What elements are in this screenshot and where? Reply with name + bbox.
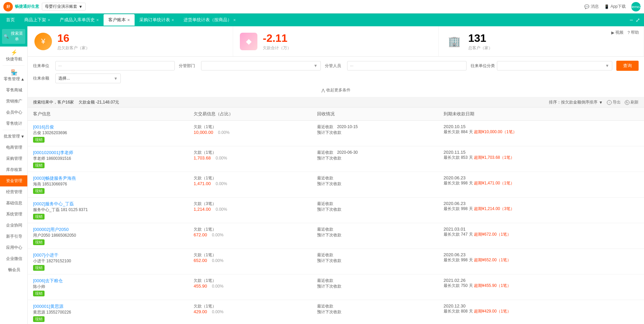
recovery-cell: 最近收款 预计下次收款	[312, 274, 438, 300]
customer-id-link[interactable]: [0007]小进干	[33, 252, 183, 258]
next-label: 预计下次收款	[317, 130, 433, 136]
close-tab-icon[interactable]: ✕	[96, 18, 99, 22]
sidebar-item-wholesale-mgmt[interactable]: 批发管理 ▼	[0, 131, 27, 142]
brand-arrow-icon: ▼	[79, 4, 83, 9]
customer-name: 用户2050 18665062050	[33, 233, 183, 238]
category-select[interactable]: ▼	[497, 61, 612, 70]
message-btn[interactable]: 💬 消息	[584, 4, 599, 9]
overdue-amount[interactable]: 超期¥429.00（1笔）	[474, 309, 511, 314]
manager-input[interactable]	[347, 61, 467, 70]
sidebar-item-member-center[interactable]: 会员中心	[0, 107, 27, 118]
sidebar-item-retail-stats[interactable]: 零售统计	[0, 118, 27, 129]
maximize-icon[interactable]: ⤢	[636, 17, 640, 23]
sidebar-item-guide[interactable]: 新手引导	[0, 231, 27, 242]
customer-id-link[interactable]: [0006]去下粮仓	[33, 278, 183, 284]
sidebar-item-retail-mall[interactable]: 零售商城	[0, 85, 27, 96]
recovery-cell: 最近收款 2020-06-30 预计下次收款	[312, 146, 438, 172]
tab-home[interactable]: 首页	[1, 14, 20, 26]
debt-count: 欠款（1笔）	[194, 303, 306, 309]
overdue-amount[interactable]: 超期¥672.00（1笔）	[474, 232, 511, 237]
top-bar-right: 💬 消息 📱 App下载 demo2	[584, 2, 641, 11]
overdue-amount[interactable]: 超期¥455.90（1笔）	[474, 283, 511, 288]
filter-area: 往来单位 分管部门 ▼ 分管人员 往来单位分类	[28, 57, 644, 97]
overdue-days: 最长欠款 998 天	[444, 206, 474, 211]
col-due-date: 到期未收款日期	[438, 108, 644, 121]
brand-select[interactable]: 母婴行业演示账套 ▼	[42, 3, 86, 10]
customer-cell: [0001020001]李老师 李老师 18600391516 现销	[28, 146, 188, 172]
sidebar-item-finance[interactable]: 资金管理	[0, 175, 27, 186]
sidebar-item-retail-mgmt[interactable]: 🏪 零售管理 ▲	[0, 66, 27, 85]
app-download-btn[interactable]: 📱 App下载	[604, 4, 626, 9]
overdue-amount[interactable]: 超期¥10,000.00（1笔）	[474, 129, 517, 134]
export-label: 导出	[613, 99, 621, 105]
message-icon: 💬	[584, 4, 589, 9]
debt-cell: 欠款（1笔） 429.00 0.00%	[188, 300, 311, 324]
dept-select[interactable]: ▼	[201, 61, 320, 70]
close-tab-icon[interactable]: ✕	[48, 18, 50, 22]
tab-inbound-stats-by-product[interactable]: 进货单统计表（按商品） ✕	[179, 14, 241, 26]
close-tab-icon[interactable]: ✕	[233, 18, 236, 22]
customer-id-link[interactable]: [000001]黄思源	[33, 303, 183, 310]
user-avatar-btn[interactable]: demo2	[631, 2, 641, 11]
sidebar-item-operations[interactable]: 经营管理	[0, 186, 27, 198]
sidebar-item-marketing[interactable]: 营销推广	[0, 96, 27, 107]
customer-id-link[interactable]: [0003]畅捷服务尹海燕	[33, 175, 183, 181]
minimize-icon[interactable]: –	[630, 17, 633, 23]
card-info-total-customers: 131 总客户（家）	[468, 32, 493, 51]
overdue-amount[interactable]: 超期¥1,214.00（3笔）	[474, 206, 514, 211]
close-tab-icon[interactable]: ✕	[171, 18, 174, 22]
search-button[interactable]: 查询	[616, 61, 639, 71]
logo-area: 好 畅捷通好生意	[3, 2, 39, 11]
overdue-days: 最长欠款 998 天	[444, 181, 474, 185]
customer-id-link[interactable]: [0001020001]李老师	[33, 150, 183, 156]
tab-customer-account[interactable]: 客户账本 ✕	[104, 14, 135, 26]
refresh-btn[interactable]: ↻ 刷新	[625, 99, 639, 105]
due-date-cell: 2020.06.23 最长欠款 998 天 超期¥1,214.00（3笔）	[438, 198, 644, 223]
counterparty-input[interactable]	[55, 61, 175, 70]
tab-inbound-history[interactable]: 产成品入库单历史 ✕	[55, 14, 104, 26]
sidebar-item-ecommerce[interactable]: 电商管理	[0, 142, 27, 153]
export-btn[interactable]: ↑ 导出	[607, 99, 621, 105]
sort-select[interactable]: 排序：按欠款金额倒序排序 ▼	[549, 99, 603, 105]
debt-pct: 0.00%	[212, 284, 223, 289]
recovery-cell: 最近收款 预计下次收款	[312, 198, 438, 223]
balance-select[interactable]: 选择... ▼	[55, 73, 121, 83]
due-date-cell: 2020.12.30 最长欠款 808 天 超期¥429.00（1笔）	[438, 300, 644, 324]
collapse-btn[interactable]: ⋀ 收起更多条件	[33, 86, 639, 94]
sidebar-item-app-center[interactable]: 应用中心	[0, 242, 27, 253]
sidebar-item-basic-info[interactable]: 基础信息	[0, 198, 27, 209]
tab-purchase-order-stats[interactable]: 采购订单统计表 ✕	[135, 14, 179, 26]
sort-arrow-icon: ▼	[599, 100, 603, 105]
sidebar-item-vip[interactable]: 畅会员	[0, 264, 27, 275]
overdue-amount[interactable]: 超期¥1,703.68（1笔）	[474, 155, 514, 160]
top-bar: 好 畅捷通好生意 母婴行业演示账套 ▼ 💬 消息 📱 App下载 demo2	[0, 0, 644, 13]
video-btn[interactable]: ▶ 视频	[611, 30, 623, 35]
sidebar-item-wechat[interactable]: 企业微信	[0, 253, 27, 264]
debt-count: 欠款（1笔）	[194, 124, 306, 130]
tab-products-listing[interactable]: 商品上下架 ✕	[20, 14, 55, 26]
sidebar-item-inventory[interactable]: 库存核算	[0, 164, 27, 175]
sidebar-item-quick-nav[interactable]: ⚡ 快捷导航	[0, 47, 27, 65]
customer-id-link[interactable]: [0002]服务中心_丁磊	[33, 201, 183, 207]
filter-row-1: 往来单位 分管部门 ▼ 分管人员 往来单位分类	[33, 61, 639, 71]
due-date: 2020.10.15	[444, 124, 639, 129]
result-bar: 搜索结果中，客户16家 欠款金额 -21,148.07元 排序：按欠款金额倒序排…	[28, 97, 644, 108]
due-date-cell: 2020.11.15 最长欠款 853 天 超期¥1,703.68（1笔）	[438, 146, 644, 172]
customer-id-link[interactable]: [000002]用户2050	[33, 227, 183, 233]
sidebar-item-system[interactable]: 系统管理	[0, 209, 27, 220]
help-label: 帮助	[631, 30, 639, 35]
help-btn[interactable]: ? 帮助	[627, 30, 639, 35]
search-menu-btn[interactable]: 🔍 搜索菜单	[2, 29, 25, 44]
close-tab-icon[interactable]: ✕	[127, 18, 130, 22]
sidebar-item-enterprise[interactable]: 企业协同	[0, 220, 27, 231]
overdue-amount[interactable]: 超期¥652.00（1笔）	[474, 258, 511, 262]
customer-tag: 现销	[33, 265, 45, 271]
overdue-amount[interactable]: 超期¥1,471.00（1笔）	[474, 181, 514, 185]
sidebar-item-purchase[interactable]: 采购管理	[0, 153, 27, 164]
quick-nav-icon: ⚡	[2, 49, 26, 56]
debt-pct: 0.00%	[216, 181, 227, 186]
customer-id-link[interactable]: [0016]吕俊	[33, 124, 183, 130]
main-layout: 🔍 搜索菜单 ⚡ 快捷导航 🏪 零售管理 ▲ 零售商城 营销推广 会员中心 零售…	[0, 26, 644, 324]
table-row: [000001]黄思源 黄思源 13552700226 现销 欠款（1笔） 42…	[28, 300, 644, 324]
debt-cell: 欠款（1笔） 1,471.00 0.00%	[188, 172, 311, 198]
